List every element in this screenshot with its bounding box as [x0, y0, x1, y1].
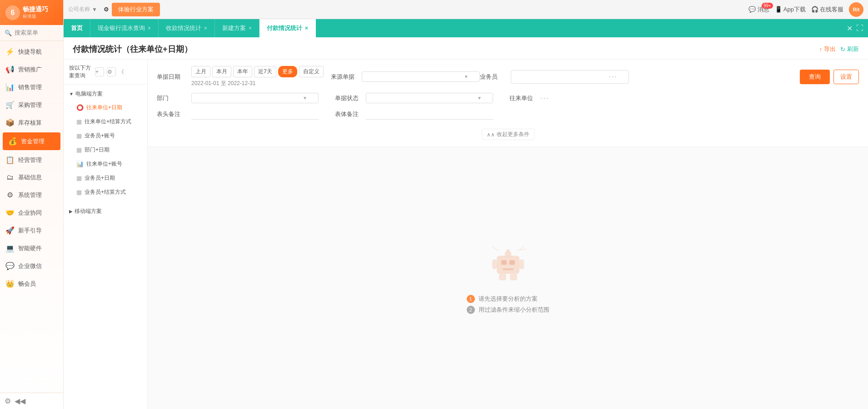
- content-area: 付款情况统计（往来单位+日期） ↑ 导出 ↻ 刷新 按以下方案查询 +: [64, 37, 868, 409]
- svg-rect-8: [499, 274, 506, 280]
- sidebar-item-system[interactable]: ⚙ 系统管理: [0, 186, 63, 204]
- svg-line-12: [492, 247, 499, 251]
- online-service-btn[interactable]: 🎧 在线客服: [811, 5, 843, 14]
- date-btn-this-year[interactable]: 本年: [233, 66, 252, 77]
- filter-content: 单据日期 上月 本月 本年 近7天 更多 自定义 2022-01-01 至 20…: [148, 60, 868, 409]
- staff-select[interactable]: ···: [511, 70, 629, 84]
- filter-settings-btn[interactable]: 设置: [833, 70, 859, 84]
- tab-cash-flow[interactable]: 现金银行流水查询 ×: [90, 19, 159, 37]
- tab-payment-stats[interactable]: 付款情况统计 ×: [259, 19, 316, 37]
- operations-icon: 📋: [5, 156, 15, 164]
- tab-home[interactable]: 首页: [64, 19, 90, 37]
- date-btn-last-7[interactable]: 近7天: [254, 66, 276, 77]
- tab-new-scheme[interactable]: 新建方案 ×: [215, 19, 259, 37]
- app-download-btn[interactable]: 📱 App下载: [775, 5, 806, 14]
- sidebar-item-guide[interactable]: 🚀 新手引导: [0, 222, 63, 239]
- svg-line-10: [517, 247, 524, 251]
- tab-close-new-scheme[interactable]: ×: [249, 25, 252, 31]
- tabbar-controls: ✕ ⛶: [842, 19, 868, 37]
- topbar-settings-btn[interactable]: ⚙: [104, 6, 109, 13]
- table-icon-5: ▦: [76, 189, 82, 196]
- active-scheme-icon: ⭕: [76, 104, 84, 111]
- sidebar-settings-btn[interactable]: ⚙: [5, 397, 11, 405]
- svg-rect-6: [492, 259, 497, 269]
- body-note-label: 表体备注: [335, 110, 362, 118]
- table-icon-3: ▦: [76, 146, 82, 153]
- sidebar-search[interactable]: 🔍 搜索菜单: [0, 25, 63, 41]
- partner-ellipsis[interactable]: ···: [540, 94, 549, 102]
- sidebar-item-vip[interactable]: 👑 畅会员: [0, 275, 63, 293]
- vip-icon: 👑: [5, 279, 15, 288]
- logo-icon: 6: [5, 5, 20, 20]
- date-btn-last-month[interactable]: 上月: [191, 66, 210, 77]
- close-all-btn[interactable]: ✕: [847, 24, 853, 33]
- scheme-item-staff-date[interactable]: ▦ 业务员+日期: [64, 171, 147, 185]
- query-btn[interactable]: 查询: [800, 70, 830, 84]
- staff-group: 业务员 ···: [480, 70, 629, 84]
- scheme-item-dept-date[interactable]: ▦ 部门+日期: [64, 143, 147, 157]
- sidebar-logo: 6 畅捷通巧 标准版: [0, 0, 63, 25]
- scheme-item-staff-account[interactable]: ▦ 业务员+账号: [64, 129, 147, 143]
- body-note-input[interactable]: [366, 109, 493, 120]
- scheme-collapse-btn[interactable]: 《: [119, 68, 142, 76]
- status-select[interactable]: ▼: [366, 93, 493, 103]
- sidebar-item-enterprise[interactable]: 🤝 企业协同: [0, 204, 63, 222]
- scheme-settings-btn[interactable]: ⚙: [107, 67, 116, 76]
- sidebar-item-quick-nav[interactable]: ⚡ 快捷导航: [0, 43, 63, 61]
- tab-receipt-stats[interactable]: 收款情况统计 ×: [159, 19, 215, 37]
- staff-ellipsis[interactable]: ···: [609, 73, 617, 81]
- user-avatar[interactable]: Rit: [849, 2, 863, 17]
- trial-btn[interactable]: 体验行业方案: [112, 3, 160, 16]
- header-note-input[interactable]: [191, 109, 319, 120]
- date-btns: 上月 本月 本年 近7天 更多 自定义: [191, 66, 324, 77]
- table-icon-4: ▦: [76, 175, 82, 182]
- sidebar-item-purchase[interactable]: 🛒 采购管理: [0, 96, 63, 114]
- chevron-right-icon: ▶: [69, 209, 73, 214]
- scheme-group-desktop-title[interactable]: ▼ 电脑端方案: [64, 87, 147, 101]
- dept-dropdown-icon: ▼: [303, 96, 307, 101]
- tab-close-receipt-stats[interactable]: ×: [204, 25, 207, 31]
- inventory-icon: 📦: [5, 118, 15, 127]
- step-num-1: 1: [467, 295, 475, 303]
- main-content: 公司名称 ▼ ⚙ 体验行业方案 💬 消息 99+ 📱 App下载 🎧 在线客服 …: [64, 0, 868, 409]
- filter-actions: 查询 设置: [800, 70, 859, 84]
- sidebar-item-basic[interactable]: 🗂 基础信息: [0, 169, 63, 186]
- sidebar-item-hardware[interactable]: 💻 智能硬件: [0, 239, 63, 257]
- source-select[interactable]: ▼: [362, 71, 480, 82]
- date-btn-custom[interactable]: 自定义: [299, 66, 324, 77]
- staff-label: 业务员: [480, 73, 507, 81]
- scheme-item-staff-payment[interactable]: ▦ 业务员+结算方式: [64, 185, 147, 199]
- svg-rect-2: [509, 260, 515, 265]
- sidebar-collapse-btn[interactable]: ◀◀: [15, 397, 25, 405]
- main-panel: 按以下方案查询 + ⚙ 《 ▼ 电脑端方案 ⭕: [64, 60, 868, 409]
- refresh-btn[interactable]: ↻ 刷新: [840, 45, 859, 53]
- sidebar-item-wechat[interactable]: 💬 企业微信: [0, 257, 63, 275]
- dept-select[interactable]: ▼: [191, 93, 319, 103]
- page-title: 付款情况统计（往来单位+日期）: [73, 44, 192, 55]
- sidebar-item-operations[interactable]: 📋 经营管理: [0, 151, 63, 169]
- mobile-icon: 📱: [775, 6, 782, 13]
- scheme-item-partner-account[interactable]: 📊 往来单位+账号: [64, 157, 147, 171]
- sidebar-item-capital[interactable]: 💰 资金管理: [3, 132, 60, 150]
- notifications-btn[interactable]: 💬 消息 99+: [748, 5, 769, 14]
- sidebar-item-inventory[interactable]: 📦 库存核算: [0, 114, 63, 131]
- sidebar-item-sales[interactable]: 📊 销售管理: [0, 78, 63, 96]
- scheme-group-mobile-title[interactable]: ▶ 移动端方案: [64, 205, 147, 218]
- sidebar-item-marketing[interactable]: 📢 营销推广: [0, 61, 63, 78]
- sidebar-nav: ⚡ 快捷导航 📢 营销推广 📊 销售管理 🛒 采购管理 📦 库存核算 💰 资金管…: [0, 41, 63, 393]
- date-btn-more[interactable]: 更多: [278, 66, 297, 77]
- collapse-conditions-btn[interactable]: ∧∧ 收起更多条件: [482, 129, 534, 140]
- scheme-group-mobile: ▶ 移动端方案: [64, 202, 147, 221]
- tab-close-cash-flow[interactable]: ×: [148, 25, 151, 31]
- scheme-item-partner-payment[interactable]: ▦ 往来单位+结算方式: [64, 115, 147, 129]
- svg-rect-9: [510, 274, 517, 280]
- date-btn-this-month[interactable]: 本月: [212, 66, 231, 77]
- maximize-btn[interactable]: ⛶: [856, 24, 863, 32]
- scheme-add-btn[interactable]: +: [95, 67, 104, 76]
- tab-close-payment-stats[interactable]: ×: [305, 25, 308, 31]
- date-filter-group: 上月 本月 本年 近7天 更多 自定义 2022-01-01 至 2022-12…: [191, 66, 324, 87]
- export-btn[interactable]: ↑ 导出: [819, 45, 836, 53]
- filter-row-1: 单据日期 上月 本月 本年 近7天 更多 自定义 2022-01-01 至 20…: [157, 66, 859, 87]
- hardware-icon: 💻: [5, 244, 15, 252]
- scheme-item-partner-date[interactable]: ⭕ 往来单位+日期: [64, 101, 147, 115]
